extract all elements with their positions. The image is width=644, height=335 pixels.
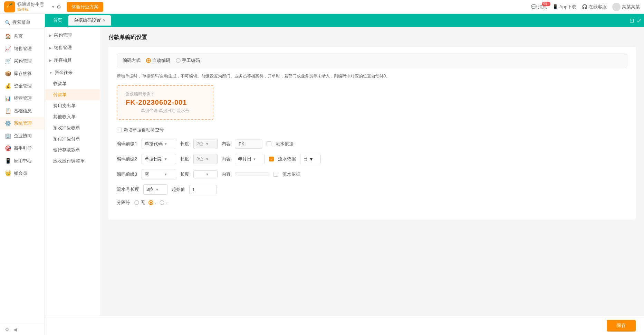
sep-options: 无 · ·: [134, 199, 167, 206]
sep-dot-label: ·: [155, 200, 156, 205]
inventory-arrow-icon: ▶: [49, 58, 52, 62]
sub-menu-purchase-label: 采购管理: [54, 32, 72, 38]
messages-item[interactable]: 💬 消息 99+: [531, 4, 547, 10]
user-avatar: [612, 3, 621, 11]
username-label: 某某某某: [622, 4, 640, 10]
serial3-checkbox[interactable]: [273, 172, 278, 177]
length2-select[interactable]: 8位 ▼: [193, 154, 218, 164]
newguide-icon: 🎯: [5, 145, 11, 151]
sidebar-item-purchase[interactable]: 🛒 采购管理: [0, 55, 45, 67]
auto-code-label: 自动编码: [152, 57, 170, 64]
tab-home[interactable]: 首页: [48, 15, 68, 26]
tab-expand-btns: ⊡ ⤢: [629, 17, 641, 24]
length2-arrow-icon: ▼: [205, 157, 209, 161]
serial2-checkbox[interactable]: ✓: [269, 157, 274, 161]
top-bar-nav: ▼ ⚙: [51, 4, 61, 10]
nav-gear-icon[interactable]: ⚙: [57, 4, 61, 10]
sep-none-label: 无: [141, 199, 145, 206]
sub-menu-purchase-header[interactable]: ▶ 采购管理: [45, 30, 100, 41]
sep-none-option[interactable]: 无: [134, 199, 145, 206]
sep-dash-option[interactable]: ·: [160, 200, 167, 205]
serial2-label: 流水依据: [278, 156, 296, 162]
sidebar-item-label: 首页: [14, 33, 23, 39]
nav-arrow[interactable]: ▼: [51, 4, 55, 9]
manual-code-radio[interactable]: 手工编码: [176, 57, 200, 64]
prefix-row-2: 编码前缀2 单据日期 ▼ 长度 8位 ▼ 内容 年月日: [117, 154, 627, 164]
main-content: 付款单编码设置 编码方式 自动编码 手工编码: [100, 27, 644, 335]
brand: 🍊 畅通道好生意 插件版: [4, 1, 44, 12]
tab-active[interactable]: 单据编码设置 ×: [68, 15, 111, 26]
sub-menu-item-other-income[interactable]: 其他收入单: [45, 111, 100, 122]
sub-menu-item-prepay-pay[interactable]: 预付冲应付单: [45, 133, 100, 145]
sidebar-item-inventory[interactable]: 📦 库存核算: [0, 67, 45, 80]
sidebar-item-label: 畅会员: [14, 170, 27, 176]
settings-bottom-icon[interactable]: ⚙: [5, 327, 9, 332]
sidebar-item-system[interactable]: ⚙️ 系统管理: [0, 117, 45, 130]
basic-icon: 📋: [5, 108, 11, 114]
prefix1-select[interactable]: 单据代码 ▼: [142, 139, 176, 149]
prefix2-select[interactable]: 单据日期 ▼: [142, 154, 176, 164]
sidebar-item-operations[interactable]: 📊 经营管理: [0, 92, 45, 105]
sidebar-item-home[interactable]: 🏠 首页: [0, 30, 45, 43]
separator-row: 分隔符 无 · ·: [117, 199, 627, 206]
sub-menu-item-bank[interactable]: 银行存取款单: [45, 145, 100, 156]
tab-close-icon[interactable]: ×: [103, 18, 105, 23]
sub-menu-item-payment[interactable]: 付款单: [45, 89, 100, 100]
prefix1-label: 编码前缀1: [117, 141, 137, 147]
day-select[interactable]: 日 ▼: [300, 154, 321, 164]
encoding-method-row: 编码方式 自动编码 手工编码: [117, 54, 627, 67]
length2-value: 8位: [196, 156, 203, 162]
content2-label: 内容: [222, 156, 231, 162]
sidebar-item-member[interactable]: 👑 畅会员: [0, 167, 45, 179]
sidebar-item-newguide[interactable]: 🎯 新手引导: [0, 142, 45, 155]
sep-dash-label: ·: [166, 200, 167, 205]
enterprise-icon: 🏢: [5, 133, 11, 139]
app-download-item[interactable]: 📱 App下载: [552, 4, 576, 10]
online-service-item[interactable]: 🎧 在线客服: [582, 4, 607, 10]
sub-menu-item-adjust[interactable]: 应收应付调整单: [45, 156, 100, 167]
sep-dot-option[interactable]: ·: [148, 200, 156, 205]
sidebar-item-basic[interactable]: 📋 基础信息: [0, 105, 45, 117]
content1-label: 内容: [222, 141, 231, 147]
manual-code-label: 手工编码: [182, 57, 200, 64]
brand-text: 畅通道好生意 插件版: [17, 2, 44, 12]
auto-code-radio[interactable]: 自动编码: [146, 57, 170, 64]
shrink-icon[interactable]: ⊡: [629, 17, 634, 24]
sub-menu-sales-header[interactable]: ▶ 销售管理: [45, 42, 100, 53]
collapse-icon[interactable]: ◀: [13, 327, 17, 332]
manual-code-radio-dot: [176, 58, 181, 63]
serial-length-select[interactable]: 3位 ▼: [143, 184, 167, 195]
sub-menu-item-prepay-recv[interactable]: 预收冲应收单: [45, 122, 100, 133]
content1-value: FK: [235, 139, 262, 149]
save-button[interactable]: 保存: [607, 320, 636, 332]
sidebar-item-enterprise[interactable]: 🏢 企业协同: [0, 130, 45, 142]
sub-menu-item-expense[interactable]: 费用支出单: [45, 100, 100, 111]
search-menu-item[interactable]: 🔍 搜索菜单: [0, 17, 45, 29]
inventory-icon: 📦: [5, 71, 11, 77]
user-item[interactable]: 某某某某: [612, 3, 640, 11]
length1-arrow-icon: ▼: [205, 142, 209, 146]
prefix2-arrow-icon: ▼: [164, 157, 167, 161]
sub-menu-item-receipt[interactable]: 收款单: [45, 78, 100, 89]
content2-value: 年月日: [238, 156, 251, 162]
length3-select[interactable]: ▼: [193, 170, 218, 178]
serial1-checkbox[interactable]: [267, 141, 271, 146]
autofill-checkbox[interactable]: [117, 128, 122, 132]
sidebar-item-label: 经营管理: [14, 95, 32, 102]
content2-select[interactable]: 年月日 ▼: [235, 154, 265, 164]
sidebar-item-finance[interactable]: 💰 资金管理: [0, 80, 45, 92]
sales-icon: 📈: [5, 46, 11, 52]
length3-arrow-icon: ▼: [205, 173, 209, 176]
sidebar-item-sales[interactable]: 📈 销售管理: [0, 43, 45, 55]
prefix3-label: 编码前缀3: [117, 171, 137, 177]
start-value-input[interactable]: [189, 185, 217, 194]
sub-menu-inventory-header[interactable]: ▶ 库存核算: [45, 55, 100, 66]
length1-select[interactable]: 2位 ▼: [193, 139, 218, 149]
prefix3-select[interactable]: 空 ▼: [142, 169, 176, 179]
right-content: 首页 单据编码设置 × ⊡ ⤢ ▶ 采购管理: [45, 14, 644, 335]
sub-menu-capital-header[interactable]: ▼ 资金往来: [45, 67, 100, 78]
expand-icon[interactable]: ⤢: [637, 17, 641, 24]
purchase-icon: 🛒: [5, 58, 11, 64]
sidebar-item-appcenter[interactable]: 📱 应用中心: [0, 155, 45, 167]
trial-button[interactable]: 体验行业方案: [67, 2, 103, 12]
